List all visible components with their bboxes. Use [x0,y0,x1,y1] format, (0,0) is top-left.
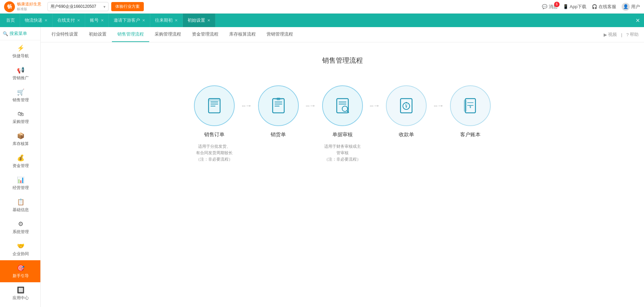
top-bar-right: 💬 消息 6 📱 App下载 🎧 在线客服 👤 用户 [542,3,640,11]
quick-nav-icon: ⚡ [17,44,24,52]
sidebar-item-marketing[interactable]: 📢 营销推广 [0,62,40,84]
sidebar: 🔍 搜索菜单 ⚡ 快捷导航 📢 营销推广 🛒 销售管理 🛍 采购管理 📦 库存核… [0,27,41,307]
finance-icon: 💰 [17,154,24,162]
sidebar-item-newbie-guide[interactable]: 🎯 新手引导 [0,260,40,282]
node-label: 客户账本 [460,131,481,138]
nav-tab-invite[interactable]: 邀请下游客户 ✕ [109,14,150,27]
sidebar-item-label: 经营管理 [13,185,29,191]
close-all-tabs-button[interactable]: ✕ [631,14,644,27]
node-label: 单据审核 [332,131,353,138]
sales-order-circle[interactable] [194,85,235,126]
user-menu[interactable]: 👤 用户 [622,3,640,11]
arrow-2: ···→ [306,85,315,109]
node-desc: 适用于分批发货、有合同发货周期较长（注：非必要流程） [196,143,233,163]
app-center-icon: 🔲 [17,286,24,294]
flow-diagram: 销售订单 适用于分批发货、有合同发货周期较长（注：非必要流程） ···→ [187,85,497,163]
sub-tab-finance-flow[interactable]: 资金管理流程 [187,27,224,42]
sidebar-item-label: 应用中心 [13,295,29,301]
marketing-icon: 📢 [17,66,24,74]
sidebar-item-label: 采购管理 [13,119,29,125]
close-icon[interactable]: ✕ [142,18,145,23]
sidebar-item-purchase[interactable]: 🛍 采购管理 [0,106,40,128]
video-icon: ▶ [604,32,607,37]
help-label: 帮助 [630,32,639,38]
sidebar-item-basic-info[interactable]: 📋 基础信息 [0,194,40,216]
sidebar-item-wechat[interactable]: 💬 企业微信 [0,304,40,307]
sub-tab-right-actions: ▶ 视频 | ? 帮助 [604,32,639,38]
sub-tab-inventory-flow[interactable]: 库存核算流程 [224,27,261,42]
sub-tabs: 行业特性设置 初始设置 销售管理流程 采购管理流程 资金管理流程 库存核算流程 … [41,27,644,42]
flow-node-sales-order: 销售订单 适用于分批发货、有合同发货周期较长（注：非必要流程） [187,85,241,163]
app-download-button[interactable]: 📱 App下载 [563,4,586,10]
sub-tab-sales-flow[interactable]: 销售管理流程 [112,27,149,42]
ledger-circle[interactable]: ¥ [450,85,491,126]
flow-node-receipt: ¥ 收款单 [379,85,433,143]
message-icon: 💬 [542,4,547,9]
review-circle[interactable] [322,85,363,126]
close-icon[interactable]: ✕ [77,18,80,23]
sidebar-item-quick-nav[interactable]: ⚡ 快捷导航 [0,40,40,62]
nav-tab-logistics[interactable]: 物流快递 ✕ [20,14,53,27]
sub-tab-industry[interactable]: 行业特性设置 [46,27,83,42]
user-label: 用户690企业1660120507 [51,4,96,9]
nav-tab-payment[interactable]: 在线支付 ✕ [53,14,85,27]
avatar: 👤 [622,3,630,11]
node-label: 销售订单 [204,131,225,138]
node-label: 收款单 [399,131,414,138]
trial-button[interactable]: 体验行业方案 [111,2,144,11]
sidebar-item-inventory[interactable]: 📦 库存核算 [0,128,40,150]
flow-title: 销售管理流程 [322,56,363,65]
online-service-button[interactable]: 🎧 在线客服 [592,4,616,10]
nav-tab-period[interactable]: 往来期初 ✕ [150,14,183,27]
logo-icon: 畅 [4,1,15,12]
logo-text: 畅康道好生意 [17,2,41,7]
user-selector[interactable]: 用户690企业1660120507 ▾ [47,2,109,11]
help-button[interactable]: ? 帮助 [626,32,639,38]
close-icon[interactable]: ✕ [101,18,104,23]
sidebar-search-button[interactable]: 🔍 搜索菜单 [0,27,40,40]
sidebar-item-label: 资金管理 [13,163,29,169]
svg-rect-20 [464,100,467,111]
arrow-4: ···→ [433,85,443,109]
sidebar-item-label: 库存核算 [13,141,29,147]
inventory-icon: 📦 [17,132,24,140]
sidebar-item-operation[interactable]: 📊 经营管理 [0,172,40,194]
flow-node-ledger: ¥ 客户账本 [443,85,497,143]
headset-icon: 🎧 [592,4,597,9]
sales-slip-circle[interactable] [258,85,299,126]
sidebar-item-sales[interactable]: 🛒 销售管理 [0,84,40,106]
nav-tab-home[interactable]: 首页 [1,14,20,27]
newbie-icon: 🎯 [17,264,24,272]
svg-rect-9 [277,98,280,100]
receipt-circle[interactable]: ¥ [386,85,427,126]
sidebar-item-app-center[interactable]: 🔲 应用中心 [0,282,40,304]
sub-tab-marketing-flow[interactable]: 营销管理流程 [261,27,298,42]
flow-node-review: 单据审核 适用于财务审核或主管审核（注：非必要流程） [315,85,370,163]
message-badge: 6 [554,2,560,7]
sidebar-item-label: 系统管理 [13,229,29,235]
node-desc: 适用于财务审核或主管审核（注：非必要流程） [324,143,361,163]
sub-tab-purchase-flow[interactable]: 采购管理流程 [149,27,187,42]
sidebar-item-label: 新手引导 [13,273,29,279]
arrow-3: ···→ [370,85,379,109]
sidebar-item-enterprise[interactable]: 🤝 企业协同 [0,238,40,260]
messages-button[interactable]: 💬 消息 6 [542,4,558,10]
nav-tab-account[interactable]: 账号 ✕ [85,14,109,27]
sub-tab-initial[interactable]: 初始设置 [83,27,112,42]
content-area: 行业特性设置 初始设置 销售管理流程 采购管理流程 资金管理流程 库存核算流程 … [41,27,644,307]
online-service-label: 在线客服 [599,4,616,10]
basic-info-icon: 📋 [17,198,24,206]
top-bar-left: 畅 畅康道好生意 标准版 用户690企业1660120507 ▾ 体验行业方案 [4,1,144,12]
logo-area: 畅 畅康道好生意 标准版 [4,1,45,12]
close-icon[interactable]: ✕ [44,18,47,23]
close-icon[interactable]: ✕ [207,18,210,23]
svg-text:¥: ¥ [405,104,408,109]
sidebar-item-finance[interactable]: 💰 资金管理 [0,150,40,172]
nav-tab-initial-setup[interactable]: 初始设置 ✕ [183,14,215,27]
video-button[interactable]: ▶ 视频 [604,32,617,38]
sidebar-item-label: 销售管理 [13,97,29,103]
video-label: 视频 [608,32,617,38]
sidebar-item-system[interactable]: ⚙ 系统管理 [0,216,40,238]
close-icon[interactable]: ✕ [175,18,178,23]
help-icon: ? [626,32,629,37]
